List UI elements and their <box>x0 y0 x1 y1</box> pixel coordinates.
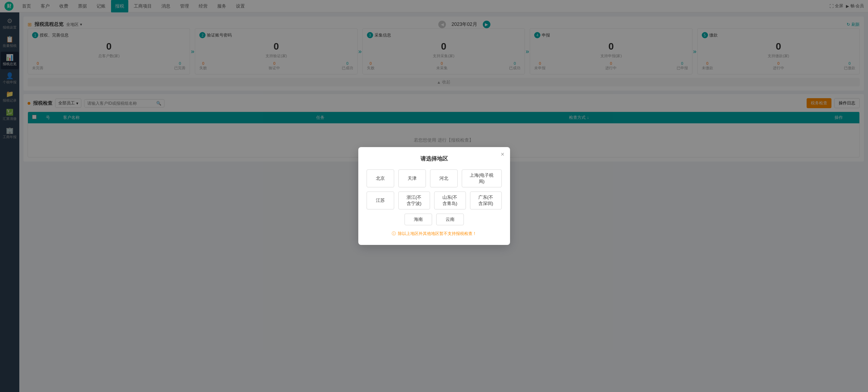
region-btn-beijing[interactable]: 北京 <box>367 169 394 187</box>
region-btn-jiangsu[interactable]: 江苏 <box>367 192 394 209</box>
warning-icon: ⓘ <box>392 231 396 237</box>
region-modal: × 请选择地区 北京 天津 河北 上海(电子税局) 江苏 浙江(不含宁波) 山东… <box>358 147 510 245</box>
region-row-1: 北京 天津 河北 上海(电子税局) <box>367 169 502 187</box>
region-btn-hainan[interactable]: 海南 <box>405 214 432 225</box>
region-row-2: 江苏 浙江(不含宁波) 山东(不含青岛) 广东(不含深圳) <box>367 192 502 209</box>
region-btn-guangdong[interactable]: 广东(不含深圳) <box>470 192 502 209</box>
modal-title: 请选择地区 <box>367 155 502 163</box>
region-btn-shandong[interactable]: 山东(不含青岛) <box>434 192 466 209</box>
warning-text: 除以上地区外其他地区暂不支持报税检查！ <box>398 231 477 237</box>
region-grid: 北京 天津 河北 上海(电子税局) 江苏 浙江(不含宁波) 山东(不含青岛) 广… <box>367 169 502 225</box>
modal-overlay: × 请选择地区 北京 天津 河北 上海(电子税局) 江苏 浙江(不含宁波) 山东… <box>0 0 868 392</box>
region-btn-shanghai[interactable]: 上海(电子税局) <box>462 169 502 187</box>
region-btn-zhejiang[interactable]: 浙江(不含宁波) <box>398 192 430 209</box>
modal-warning: ⓘ 除以上地区外其他地区暂不支持报税检查！ <box>367 231 502 237</box>
region-btn-hebei[interactable]: 河北 <box>430 169 458 187</box>
region-btn-tianjin[interactable]: 天津 <box>398 169 426 187</box>
region-btn-yunnan[interactable]: 云南 <box>436 214 464 225</box>
region-row-3: 海南 云南 <box>367 214 502 225</box>
modal-close-button[interactable]: × <box>501 151 505 157</box>
